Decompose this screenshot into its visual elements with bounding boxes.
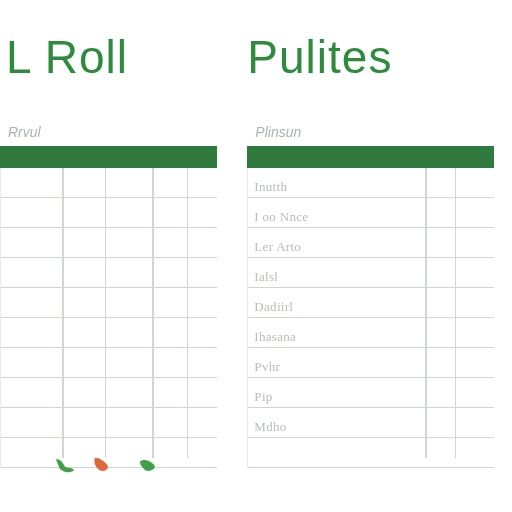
table-header-left [0,146,217,168]
table-row [1,168,217,198]
title-right: Pulites [247,30,494,84]
list-item: Ihasana [254,322,308,352]
list-item: Mdho [254,412,308,442]
list-item: Pip [254,382,308,412]
table-row [1,318,217,348]
title-left: L Roll [0,30,217,84]
arrow-down-icon [91,456,113,474]
panel-right: Pulites Plinsun Inutth I oo Nnce Ler Art… [217,30,494,472]
table-row [1,378,217,408]
arrow-down-icon [54,456,76,474]
list-item: Dadiirl [254,292,308,322]
table-row [1,258,217,288]
list-item: Ialsl [254,262,308,292]
table-row [1,348,217,378]
list-item: Pvhr [254,352,308,382]
app-root: L Roll Rrvul [0,0,512,512]
list-item: I oo Nnce [254,202,308,232]
table-row [1,198,217,228]
panel-left: L Roll Rrvul [0,30,217,472]
row-labels: Inutth I oo Nnce Ler Arto Ialsl Dadiirl … [254,172,308,442]
list-item: Inutth [254,172,308,202]
arrow-down-icon [138,456,160,474]
sheet-left [0,168,217,468]
table-row [1,288,217,318]
table-row [1,408,217,438]
table-row [1,228,217,258]
table-header-right [247,146,494,168]
subhead-left: Rrvul [0,124,217,140]
table-row [248,438,494,468]
list-item: Ler Arto [254,232,308,262]
sheet-right: Inutth I oo Nnce Ler Arto Ialsl Dadiirl … [247,168,494,468]
subhead-right: Plinsun [247,124,494,140]
